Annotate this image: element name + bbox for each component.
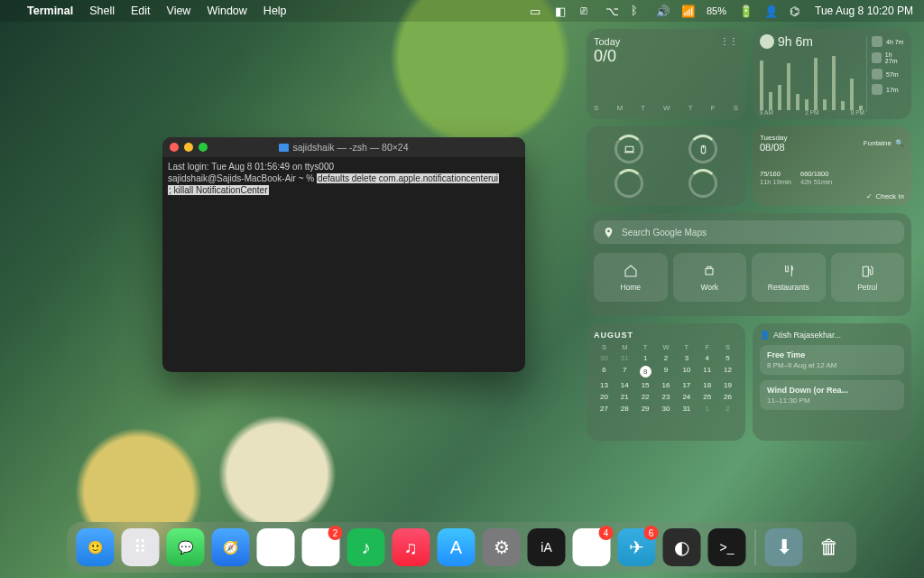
calendar-day[interactable]: 6 (594, 365, 614, 378)
dock-terminal[interactable]: >_ (708, 528, 746, 566)
terminal-selection[interactable]: defaults delete com.apple.notificationce… (317, 173, 499, 183)
dock-ia-writer[interactable]: iA (528, 528, 566, 566)
dock-reminders[interactable]: ≣2 (302, 528, 340, 566)
dock-telegram[interactable]: ✈6 (618, 528, 656, 566)
maps-cat-petrol[interactable]: Petrol (831, 253, 905, 302)
menu-help[interactable]: Help (263, 5, 287, 17)
event-item[interactable]: Free Time8 PM–9 Aug at 12 AM (760, 345, 904, 375)
wifi-icon[interactable]: 📶 (681, 5, 694, 17)
calendar-day[interactable]: 21 (614, 392, 635, 402)
checkin-button[interactable]: ✓Check In (866, 192, 904, 200)
volume-icon[interactable]: 🔊 (656, 5, 669, 17)
calendar-day[interactable]: 2 (656, 353, 677, 363)
calendar-day[interactable]: 1 (697, 404, 717, 414)
calendar-day[interactable]: 31 (676, 404, 697, 414)
dock-messages[interactable]: 💬 (167, 528, 205, 566)
dock-figma[interactable]: ◐ (663, 528, 701, 566)
calendar-day[interactable]: 7 (614, 365, 635, 378)
calendar-day[interactable]: 8 (635, 365, 656, 378)
maps-cat-restaurants[interactable]: Restaurants (752, 253, 826, 302)
terminal-line: ; killall NotificationCenter (168, 184, 520, 196)
screentime-xlabel: 8 AM (760, 109, 773, 116)
app-name-menu[interactable]: Terminal (27, 5, 73, 17)
batteries-widget[interactable] (587, 126, 745, 206)
status-icon-3[interactable]: ⎚ (580, 5, 593, 17)
dock-spotify[interactable]: ♪ (347, 528, 385, 566)
calendar-day[interactable]: 19 (717, 380, 738, 390)
dock-trash[interactable]: 🗑 (810, 528, 848, 566)
terminal-window[interactable]: sajidshaik — -zsh — 80×24 Last login: Tu… (162, 137, 525, 372)
calendar-day[interactable]: 29 (635, 404, 656, 414)
maps-cat-home[interactable]: Home (594, 253, 668, 302)
dock-safari[interactable]: 🧭 (212, 528, 250, 566)
telegram-icon: ✈ (629, 536, 644, 558)
battery-ring-empty (688, 169, 717, 198)
calendar-day[interactable]: 17 (676, 380, 697, 390)
terminal-titlebar[interactable]: sajidshaik — -zsh — 80×24 (162, 137, 525, 157)
user-icon[interactable]: 👤 (764, 5, 777, 17)
game-widget[interactable]: Tuesday 08/08 Fontaine 🔍 75/16011h 19min… (753, 126, 911, 206)
menu-edit[interactable]: Edit (131, 5, 151, 17)
dock-music[interactable]: ♫ (393, 528, 430, 566)
menu-view[interactable]: View (167, 5, 191, 17)
activity-widget[interactable]: Today 0/0 ⋮⋮ SMTWTFS (587, 29, 745, 119)
calendar-day[interactable]: 23 (656, 392, 677, 402)
dock-arc[interactable]: ✴ (257, 528, 295, 566)
dock-appstore[interactable]: A (438, 528, 476, 566)
calendar-day[interactable]: 26 (717, 392, 738, 402)
calendar-day[interactable]: 11 (697, 365, 717, 378)
calendar-day[interactable]: 1 (635, 353, 656, 363)
calendar-day[interactable]: 24 (676, 392, 697, 402)
terminal-selection[interactable]: ; killall NotificationCenter (168, 185, 269, 195)
calendar-day[interactable]: 5 (717, 353, 738, 363)
screentime-bar (850, 79, 854, 110)
menu-window[interactable]: Window (207, 5, 246, 17)
calendar-day[interactable]: 13 (594, 380, 614, 390)
dock-things[interactable]: ✓4 (573, 528, 611, 566)
event-item[interactable]: Wind Down (or Rea...11–11:30 PM (760, 380, 904, 410)
status-icon-1[interactable]: ▭ (530, 5, 542, 17)
calendar-day[interactable]: 30 (594, 353, 614, 363)
maps-widget[interactable]: Search Google Maps HomeWorkRestaurantsPe… (587, 213, 911, 316)
status-icon-2[interactable]: ◧ (555, 5, 568, 17)
calendar-day[interactable]: 20 (594, 392, 614, 402)
status-icon-4[interactable]: ⌥ (605, 5, 618, 17)
screentime-widget[interactable]: 9h 6m 4h 7m1h 27m57m17m 8 AM2 PM8 PM (753, 29, 911, 119)
ia-writer-icon: iA (541, 540, 551, 555)
calendar-day[interactable]: 22 (635, 392, 656, 402)
calendar-day[interactable]: 30 (656, 404, 677, 414)
dock-downloads[interactable]: ⬇ (765, 528, 803, 566)
calendar-day[interactable]: 15 (635, 380, 656, 390)
calendar-day[interactable]: 25 (697, 392, 717, 402)
dock-settings[interactable]: ⚙ (483, 528, 521, 566)
dock: 🙂⠿💬🧭✴≣2♪♫A⚙iA✓4✈6◐>_⬇🗑 (68, 522, 857, 573)
settings-icon: ⚙ (494, 536, 510, 558)
maps-search[interactable]: Search Google Maps (594, 220, 904, 244)
clock[interactable]: Tue Aug 8 10:20 PM (815, 5, 913, 17)
menu-shell[interactable]: Shell (89, 5, 115, 17)
calendar-day[interactable]: 28 (614, 404, 635, 414)
terminal-body[interactable]: Last login: Tue Aug 8 01:56:49 on ttys00… (162, 157, 525, 200)
battery-icon[interactable]: 🔋 (739, 5, 752, 17)
bluetooth-icon[interactable]: ᛒ (631, 5, 643, 17)
battery-percent[interactable]: 85% (707, 5, 726, 16)
calendar-day[interactable]: 9 (656, 365, 677, 378)
calendar-day[interactable]: 2 (717, 404, 738, 414)
maps-cat-work[interactable]: Work (673, 253, 747, 302)
dock-launchpad[interactable]: ⠿ (122, 528, 160, 566)
control-center-icon[interactable]: ⌬ (790, 5, 802, 17)
calendar-day[interactable]: 10 (676, 365, 697, 378)
calendar-day[interactable]: 27 (594, 404, 614, 414)
search-icon[interactable]: 🔍 (895, 139, 904, 147)
dock-finder[interactable]: 🙂 (77, 528, 115, 566)
calendar-day[interactable]: 12 (717, 365, 738, 378)
calendar-day[interactable]: 14 (614, 380, 635, 390)
battery-ring-mouse (688, 135, 717, 163)
calendar-day[interactable]: 3 (676, 353, 697, 363)
calendar-day[interactable]: 4 (697, 353, 717, 363)
calendar-day[interactable]: 18 (697, 380, 717, 390)
events-widget[interactable]: 👤Atish Rajasekhar... Free Time8 PM–9 Aug… (753, 323, 911, 441)
calendar-day[interactable]: 16 (656, 380, 677, 390)
calendar-day[interactable]: 31 (614, 353, 635, 363)
calendar-widget[interactable]: AUGUST SMTWTFS30311234567891011121314151… (587, 323, 745, 441)
